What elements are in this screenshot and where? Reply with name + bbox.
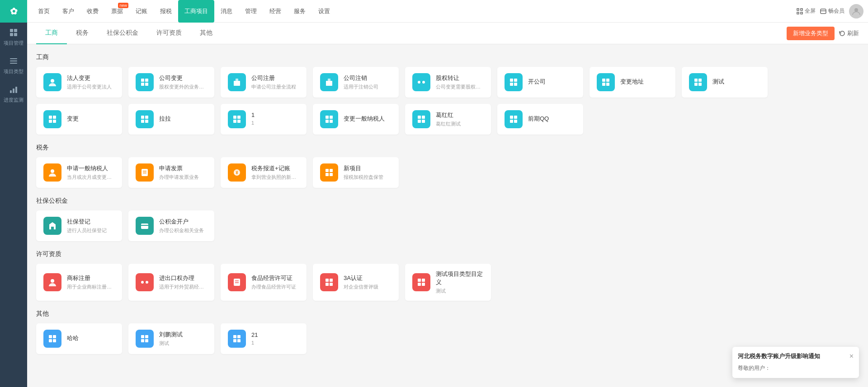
card-3a-cert[interactable]: 3A认证 对企业信誉评级 (313, 264, 399, 301)
sidebar-item-project-manage[interactable]: 项目管理 (0, 23, 27, 51)
sidebar-item-progress[interactable]: 进度监测 (0, 79, 27, 108)
card-icon (505, 110, 523, 128)
card-info: 申请发票 办理申请发票业务 (159, 164, 207, 181)
tab-actions: 新增业务类型 刷新 (787, 27, 859, 40)
card-social-register[interactable]: 社保登记 进行人员社保登记 (36, 210, 122, 241)
nav-customer[interactable]: 客户 (56, 0, 80, 23)
card-import-export[interactable]: 进出口权办理 适用于对外贸易经营者 (128, 264, 214, 301)
card-fund-open[interactable]: 公积金开户 办理公积金相关业务 (128, 210, 214, 241)
svg-rect-23 (236, 79, 238, 81)
card-title: 进出口权办理 (159, 274, 207, 282)
fullscreen-btn[interactable]: 全屏 (797, 7, 816, 15)
card-21[interactable]: 21 1 (221, 323, 307, 354)
card-change2[interactable]: 变更 (36, 104, 122, 135)
card-tax-report[interactable]: ¥ 税务报道+记账 拿到营业执照的新公司 (221, 157, 307, 188)
svg-rect-85 (330, 283, 333, 286)
card-icon (320, 110, 338, 128)
vip-btn[interactable]: 畅会员 (820, 7, 844, 15)
card-title: 股权转让 (436, 74, 484, 82)
notification-close[interactable]: × (849, 352, 854, 360)
card-desc: 测试 (159, 340, 207, 347)
nav-industry[interactable]: 工商项目 (178, 0, 214, 23)
card-desc: 适用于注销公司 (344, 84, 392, 90)
card-info: 进出口权办理 适用于对外贸易经营者 (159, 274, 207, 290)
nav-manage[interactable]: 管理 (239, 0, 263, 23)
svg-rect-53 (330, 116, 333, 119)
sidebar-item-project-type[interactable]: 项目类型 (0, 51, 27, 79)
card-desc: 办理申请发票业务 (159, 174, 207, 181)
tab-other[interactable]: 其他 (191, 23, 222, 44)
svg-rect-14 (821, 9, 826, 14)
svg-rect-54 (326, 120, 329, 123)
card-apply-invoice[interactable]: 申请发票 办理申请发票业务 (128, 157, 214, 188)
nav-operation[interactable]: 经营 (263, 0, 288, 23)
card-test[interactable]: 测试 (682, 67, 768, 98)
nav-billing[interactable]: 收费 (80, 0, 105, 23)
card-company-register[interactable]: 公司注册 申请公司注册全流程 (221, 67, 307, 98)
card-company-cancel[interactable]: 公司注销 适用于注销公司 (313, 67, 399, 98)
section-title-other: 其他 (36, 310, 859, 318)
svg-rect-49 (237, 116, 241, 119)
card-info: 刘鹏测试 测试 (159, 331, 207, 347)
card-change-address[interactable]: 变更地址 (590, 67, 675, 98)
card-title: 葛红红 (436, 111, 484, 119)
nav-accounting[interactable]: 记账 (129, 0, 154, 23)
card-trademark[interactable]: 商标注册 用于企业商标注册服务 (36, 264, 122, 301)
card-icon (412, 273, 430, 291)
svg-rect-74 (141, 224, 148, 229)
tab-license[interactable]: 许可资质 (147, 23, 191, 44)
card-icon (136, 330, 154, 348)
notification-body: 尊敬的用户： (738, 364, 854, 373)
card-one[interactable]: 1 1 (221, 104, 307, 135)
card-info: 测试项目类型目定义 测试 (436, 270, 484, 294)
card-ge-hong-hong[interactable]: 葛红红 葛红红测试 (405, 104, 491, 135)
nav-service[interactable]: 服务 (288, 0, 312, 23)
svg-rect-6 (10, 63, 17, 64)
svg-rect-63 (514, 120, 517, 123)
tab-social[interactable]: 社保公积金 (98, 23, 147, 44)
card-pre-qq[interactable]: 前期QQ (497, 104, 583, 135)
new-type-button[interactable]: 新增业务类型 (787, 27, 835, 40)
card-title: 开公司 (528, 78, 576, 86)
sidebar: ✿ 项目管理 项目类型 (0, 0, 27, 387)
card-apply-taxpayer[interactable]: 申请一般纳税人 当月或次月成变更完成 (36, 157, 122, 188)
sidebar-label: 进度监测 (4, 97, 24, 103)
card-change-taxpayer[interactable]: 变更一般纳税人 (313, 104, 399, 135)
svg-rect-38 (694, 83, 698, 86)
card-new-project[interactable]: 新项目 报税加税控盘保管 (313, 157, 399, 188)
nav-invoice[interactable]: 票据 new (105, 0, 129, 23)
tab-industry[interactable]: 工商 (36, 23, 67, 44)
card-desc: 办理公积金相关业务 (159, 227, 207, 234)
card-open-company[interactable]: 开公司 (497, 67, 583, 98)
card-icon (412, 110, 430, 128)
svg-rect-29 (514, 79, 517, 82)
card-icon (412, 73, 430, 91)
nav-settings[interactable]: 设置 (312, 0, 336, 23)
card-lala[interactable]: 拉拉 (128, 104, 214, 135)
chart-icon (8, 84, 19, 95)
card-title: 新项目 (344, 164, 392, 173)
card-food-license[interactable]: 食品经营许可证 办理食品经营许可证 (221, 264, 307, 301)
card-haha[interactable]: 哈哈 (36, 323, 122, 354)
card-test-type[interactable]: 测试项目类型目定义 测试 (405, 264, 491, 301)
svg-rect-11 (801, 9, 802, 10)
nav-tax[interactable]: 报税 (154, 0, 178, 23)
nav-home[interactable]: 首页 (32, 0, 56, 23)
nav-message[interactable]: 消息 (214, 0, 239, 23)
card-equity-transfer[interactable]: 股权转让 公司变更需要股权转让 (405, 67, 491, 98)
card-liu-peng[interactable]: 刘鹏测试 测试 (128, 323, 214, 354)
svg-rect-33 (606, 79, 609, 82)
page-content: 工商 税务 社保公积金 许可资质 其他 新增业务类型 刷新 工商 (27, 23, 868, 387)
refresh-button[interactable]: 刷新 (839, 29, 859, 37)
svg-rect-52 (326, 116, 329, 119)
svg-rect-41 (53, 116, 56, 119)
svg-rect-51 (237, 120, 241, 123)
svg-rect-3 (14, 33, 17, 36)
card-icon (689, 73, 707, 91)
card-company-change[interactable]: 公司变更 股权变更外的业务变更 (128, 67, 214, 98)
svg-rect-75 (141, 225, 148, 226)
tab-tax[interactable]: 税务 (67, 23, 98, 44)
user-avatar[interactable] (849, 4, 863, 19)
topnav: 首页 客户 收费 票据 new 记账 报税 工商项目 消息 管理 经营 服务 设… (27, 0, 868, 23)
card-legal-change[interactable]: 法人变更 适用于公司变更法人 (36, 67, 122, 98)
